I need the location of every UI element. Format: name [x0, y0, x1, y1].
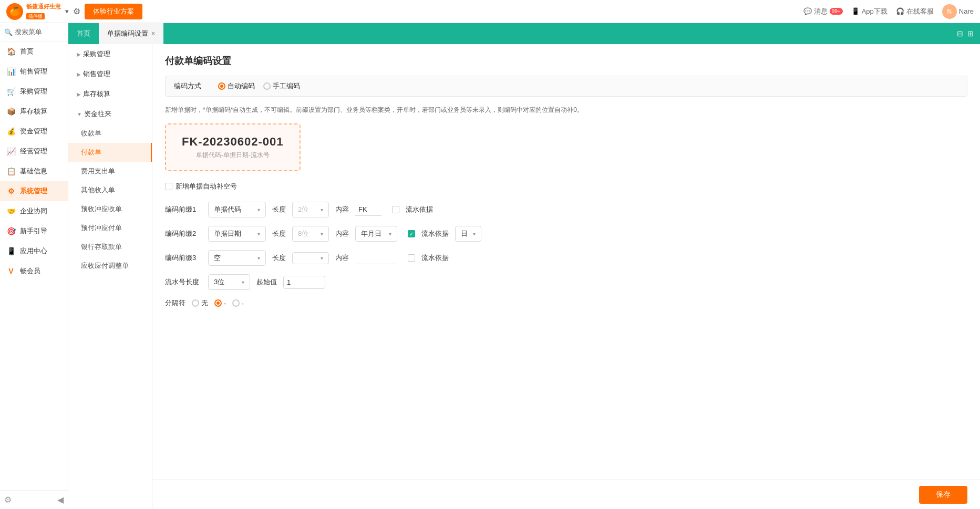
content2-select[interactable]: 年月日 ▾	[355, 226, 397, 242]
chevron-down-icon-prefix1: ▾	[257, 207, 260, 213]
sidebar-item-vip[interactable]: V 畅会员	[0, 261, 68, 281]
form-row-2: 编码前缀2 单据日期 ▾ 长度 8位 ▾ 内容 年月日	[165, 226, 967, 242]
message-icon: 💬	[803, 7, 812, 15]
user-avatar[interactable]: N Nare	[942, 4, 974, 19]
sub-group-purchase: ▶ 采购管理	[68, 44, 152, 64]
message-button[interactable]: 💬 消息 99+	[803, 7, 843, 16]
tab-home[interactable]: 首页	[68, 23, 99, 44]
sidebar-collapse-icon[interactable]: ◀	[57, 495, 64, 505]
nav-dropdown-arrow[interactable]: ▾	[65, 7, 69, 15]
tab-shrink-icon[interactable]: ⊟	[957, 29, 963, 38]
topbar-left: 🍊 畅捷通好生意 插件版 ▾ ⚙ 体验行业方案	[6, 3, 142, 20]
length3-select[interactable]: ▾	[292, 252, 329, 264]
sub-item-ar-ap-adjust[interactable]: 应收应付调整单	[68, 256, 152, 275]
separator-none-dot	[192, 299, 199, 307]
prefix3-label: 编码前缀3	[165, 253, 202, 263]
sidebar-item-home[interactable]: 🏠 首页	[0, 41, 68, 61]
industry-plan-button[interactable]: 体验行业方案	[85, 4, 142, 19]
length3-label: 长度	[272, 253, 286, 263]
sub-item-payment[interactable]: 付款单	[68, 143, 152, 162]
prefix2-select[interactable]: 单据日期 ▾	[208, 226, 266, 242]
auto-fill-checkbox[interactable]	[165, 183, 172, 190]
length2-label: 长度	[272, 229, 286, 238]
sub-group-inventory-title[interactable]: ▶ 库存核算	[68, 84, 152, 104]
sub-group-inventory: ▶ 库存核算	[68, 84, 152, 104]
sidebar-settings-icon[interactable]: ⚙	[4, 495, 12, 505]
vip-icon: V	[6, 266, 16, 276]
save-button[interactable]: 保存	[919, 486, 967, 504]
purchase-icon: 🛒	[6, 87, 16, 96]
day-value-select[interactable]: 日 ▾	[455, 226, 481, 242]
sub-item-other-income[interactable]: 其他收入单	[68, 181, 152, 200]
app-download-button[interactable]: 📱 App下载	[851, 7, 888, 16]
sub-layout: ▶ 采购管理 ▶ 销售管理 ▶ 库存核算	[68, 44, 980, 509]
main-layout: 🔍 搜索菜单 🏠 首页 📊 销售管理 🛒 采购管理 📦 库存核算 💰 资金管理 …	[0, 23, 980, 509]
sub-group-purchase-title[interactable]: ▶ 采购管理	[68, 44, 152, 64]
serial3-checkbox[interactable]	[408, 254, 415, 262]
sub-item-receipt[interactable]: 收款单	[68, 124, 152, 143]
separator-none-radio[interactable]: 无	[192, 298, 208, 308]
sidebar-item-purchase[interactable]: 🛒 采购管理	[0, 81, 68, 101]
sub-item-expense[interactable]: 费用支出单	[68, 162, 152, 181]
sidebar-item-cooperation[interactable]: 🤝 企业协同	[0, 201, 68, 221]
tab-code-settings[interactable]: 单据编码设置 ×	[99, 23, 163, 44]
chevron-right-icon: ▶	[77, 51, 81, 57]
search-menu-button[interactable]: 🔍 搜索菜单	[0, 23, 68, 41]
sidebar-item-system[interactable]: ⚙ 系统管理	[0, 181, 68, 201]
content3-input[interactable]	[355, 252, 397, 264]
tab-expand-icon[interactable]: ⊞	[967, 29, 974, 38]
online-service-button[interactable]: 🎧 在线客服	[896, 7, 934, 16]
tabbar-actions: ⊟ ⊞	[957, 29, 980, 38]
logo-text: 畅捷通好生意 插件版	[26, 3, 61, 20]
logo: 🍊 畅捷通好生意 插件版	[6, 3, 61, 20]
sub-group-sales-title[interactable]: ▶ 销售管理	[68, 64, 152, 84]
serial1-label: 流水依据	[406, 205, 433, 214]
content1-input[interactable]	[355, 203, 381, 216]
auto-fill-row: 新增单据自动补空号	[165, 182, 967, 191]
sidebar-item-guide[interactable]: 🎯 新手引导	[0, 221, 68, 241]
separator-dot1-radio[interactable]: -	[214, 299, 226, 307]
right-panel: 首页 单据编码设置 × ⊟ ⊞ ▶ 采购管理	[68, 23, 980, 509]
sidebar: 🔍 搜索菜单 🏠 首页 📊 销售管理 🛒 采购管理 📦 库存核算 💰 资金管理 …	[0, 23, 68, 509]
sidebar-item-finance[interactable]: 💰 资金管理	[0, 121, 68, 141]
sub-item-pre-pay[interactable]: 预付冲应付单	[68, 219, 152, 237]
sub-item-pre-collect[interactable]: 预收冲应收单	[68, 200, 152, 219]
cooperation-icon: 🤝	[6, 206, 16, 216]
sub-group-capital-title[interactable]: ▼ 资金往来	[68, 104, 152, 124]
logo-icon: 🍊	[6, 3, 23, 20]
serial2-checkbox[interactable]: ✓	[408, 230, 415, 237]
sidebar-item-basic-info[interactable]: 📋 基础信息	[0, 161, 68, 181]
content-inner: 付款单编码设置 编码方式 自动编码 手工编码	[152, 44, 980, 480]
length1-label: 长度	[272, 205, 286, 214]
start-value-input[interactable]	[283, 276, 325, 289]
serial1-checkbox[interactable]	[392, 206, 399, 213]
serial-length-select[interactable]: 3位 ▾	[208, 274, 250, 290]
prefix1-select[interactable]: 单据代码 ▾	[208, 202, 266, 217]
length1-select[interactable]: 2位 ▾	[292, 202, 329, 217]
tab-close-icon[interactable]: ×	[151, 30, 155, 37]
serial2-label: 流水依据	[421, 229, 449, 238]
separator-dot2-radio[interactable]: ·	[232, 299, 244, 307]
serial-row: 流水号长度 3位 ▾ 起始值	[165, 274, 967, 290]
manual-code-radio[interactable]: 手工编码	[263, 81, 300, 91]
manual-code-radio-dot	[263, 82, 271, 90]
chevron-right-icon-3: ▶	[77, 91, 81, 97]
sub-group-capital: ▼ 资金往来 收款单 付款单 费用支出单 其他收入单 预收冲应收单 预付冲应付单…	[68, 104, 152, 275]
sub-item-bank[interactable]: 银行存取款单	[68, 237, 152, 256]
sidebar-item-inventory[interactable]: 📦 库存核算	[0, 101, 68, 121]
settings-icon[interactable]: ⚙	[73, 6, 80, 16]
auto-code-radio[interactable]: 自动编码	[218, 81, 255, 91]
prefix3-select[interactable]: 空 ▾	[208, 250, 266, 266]
serial3-label: 流水依据	[421, 253, 449, 263]
sidebar-item-app-center[interactable]: 📱 应用中心	[0, 241, 68, 261]
length2-select[interactable]: 8位 ▾	[292, 226, 329, 242]
sidebar-item-sales[interactable]: 📊 销售管理	[0, 61, 68, 81]
sidebar-item-operations[interactable]: 📈 经营管理	[0, 141, 68, 161]
separator-dot2-dot	[232, 299, 240, 307]
auto-code-radio-dot	[218, 82, 225, 90]
hint-text: 新增单据时，*单据编码*自动生成，不可编辑。前缀设置为部门、业务员等档案类，开单…	[165, 105, 967, 115]
content2-label: 内容	[335, 229, 349, 238]
serial-length-label: 流水号长度	[165, 277, 202, 287]
sidebar-bottom: ⚙ ◀	[0, 490, 68, 509]
topbar-right: 💬 消息 99+ 📱 App下载 🎧 在线客服 N Nare	[803, 4, 974, 19]
